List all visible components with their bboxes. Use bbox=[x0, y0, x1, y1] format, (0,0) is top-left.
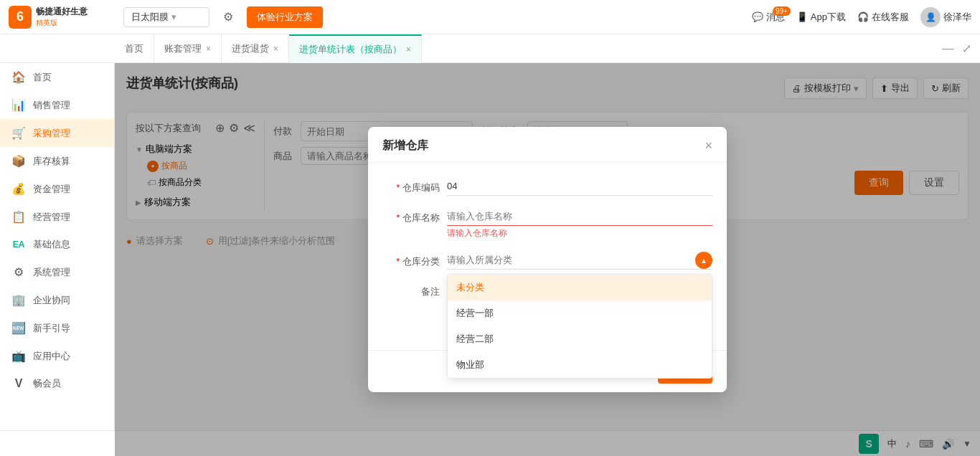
sidebar-label-system: 系统管理 bbox=[33, 266, 70, 279]
headset-icon: 🎧 bbox=[857, 11, 869, 22]
enterprise-icon: 🏢 bbox=[11, 293, 26, 307]
warehouse-name-input[interactable] bbox=[447, 207, 712, 226]
form-row-name: * 仓库名称 请输入仓库名称 bbox=[382, 207, 712, 239]
category-dropdown-toggle[interactable]: ▲ bbox=[695, 252, 712, 269]
store-name: 日太阳膜 bbox=[131, 11, 169, 24]
tab-expand-button[interactable]: ⤢ bbox=[959, 39, 974, 58]
content-area: 进货单统计(按商品) 🖨 按模板打印 ▾ ⬆ 导出 ↻ 刷新 bbox=[115, 63, 980, 456]
tab-end-buttons: — ⤢ bbox=[939, 39, 980, 58]
category-label-text: 仓库分类 bbox=[402, 256, 440, 267]
chevron-down-icon: ▾ bbox=[171, 11, 176, 22]
close-tab-account[interactable]: × bbox=[206, 44, 211, 54]
sidebar-label-home: 首页 bbox=[33, 71, 52, 84]
code-label-text: 仓库编码 bbox=[402, 182, 440, 193]
sidebar-item-guide[interactable]: 🆕 新手引导 bbox=[0, 314, 114, 342]
customer-service-button[interactable]: 🎧 在线客服 bbox=[857, 11, 909, 24]
settings-gear-button[interactable]: ⚙ bbox=[217, 6, 240, 29]
category-label: * 仓库分类 bbox=[382, 251, 440, 268]
message-badge: 99+ bbox=[773, 6, 791, 16]
required-star-category: * bbox=[396, 256, 400, 267]
guide-icon: 🆕 bbox=[11, 321, 26, 335]
modal-body: * 仓库编码 * 仓库名称 请输入仓库名称 bbox=[368, 163, 727, 350]
note-label: 备注 bbox=[382, 281, 440, 298]
name-input-wrapper: 请输入仓库名称 bbox=[447, 207, 712, 239]
tab-minimize-button[interactable]: — bbox=[939, 39, 956, 58]
main-layout: 🏠 首页 📊 销售管理 🛒 采购管理 📦 库存核算 💰 资金管理 📋 经营管理 … bbox=[0, 63, 980, 456]
category-select-wrapper: ▲ 未分类 经营一部 经营二部 物业部 bbox=[447, 251, 712, 270]
name-label: * 仓库名称 bbox=[382, 207, 440, 224]
sidebar-item-finance[interactable]: 💰 资金管理 bbox=[0, 175, 114, 203]
modal-title: 新增仓库 bbox=[382, 138, 428, 153]
top-header: 6 畅捷通好生意 精英版 日太阳膜 ▾ ⚙ 体验行业方案 💬 消息 99+ 📱 … bbox=[0, 0, 980, 34]
app-icon: 📱 bbox=[796, 11, 808, 22]
home-icon: 🏠 bbox=[11, 70, 26, 84]
dropdown-item-0[interactable]: 未分类 bbox=[448, 275, 712, 300]
logo-text-block: 畅捷通好生意 精英版 bbox=[36, 6, 88, 28]
sidebar-item-operation[interactable]: 📋 经营管理 bbox=[0, 203, 114, 231]
tab-account-label: 账套管理 bbox=[164, 42, 202, 55]
finance-icon: 💰 bbox=[11, 182, 26, 196]
store-selector[interactable]: 日太阳膜 ▾ bbox=[123, 7, 209, 27]
logo-badge: 精英版 bbox=[36, 18, 88, 28]
sidebar-item-inventory[interactable]: 📦 库存核算 bbox=[0, 147, 114, 175]
sidebar-item-purchase[interactable]: 🛒 采购管理 bbox=[0, 119, 114, 147]
sidebar-label-enterprise: 企业协同 bbox=[33, 294, 70, 307]
message-icon: 💬 bbox=[752, 11, 763, 22]
tab-purchase-return[interactable]: 进货退货 × bbox=[222, 34, 289, 63]
sidebar: 🏠 首页 📊 销售管理 🛒 采购管理 📦 库存核算 💰 资金管理 📋 经营管理 … bbox=[0, 63, 115, 456]
sidebar-item-basic[interactable]: EA 基础信息 bbox=[0, 231, 114, 258]
system-icon: ⚙ bbox=[11, 265, 26, 279]
required-star-name: * bbox=[396, 212, 400, 223]
sidebar-item-system[interactable]: ⚙ 系统管理 bbox=[0, 258, 114, 286]
form-row-code: * 仓库编码 bbox=[382, 177, 712, 196]
sidebar-item-sales[interactable]: 📊 销售管理 bbox=[0, 91, 114, 119]
sidebar-label-appcenter: 应用中心 bbox=[33, 350, 70, 363]
sidebar-label-purchase: 采购管理 bbox=[33, 127, 70, 140]
appcenter-icon: 📺 bbox=[11, 349, 26, 363]
tab-home-label: 首页 bbox=[125, 42, 143, 55]
close-tab-purchase-stats[interactable]: × bbox=[406, 44, 411, 54]
note-label-text: 备注 bbox=[421, 286, 440, 297]
sidebar-item-appcenter[interactable]: 📺 应用中心 bbox=[0, 342, 114, 370]
sidebar-label-operation: 经营管理 bbox=[33, 211, 70, 224]
avatar-icon: 👤 bbox=[925, 12, 936, 22]
service-label: 在线客服 bbox=[872, 11, 909, 24]
inventory-icon: 📦 bbox=[11, 154, 26, 168]
avatar: 👤 bbox=[920, 7, 941, 27]
dropdown-item-3[interactable]: 物业部 bbox=[448, 352, 712, 378]
new-warehouse-modal: 新增仓库 × * 仓库编码 * bbox=[368, 127, 727, 392]
code-label: * 仓库编码 bbox=[382, 177, 440, 194]
vip-icon: V bbox=[11, 377, 26, 390]
modal-close-button[interactable]: × bbox=[705, 138, 712, 153]
tab-home[interactable]: 首页 bbox=[115, 34, 154, 63]
purchase-icon: 🛒 bbox=[11, 126, 26, 140]
sidebar-item-home[interactable]: 🏠 首页 bbox=[0, 63, 114, 91]
dropdown-item-1[interactable]: 经营一部 bbox=[448, 300, 712, 326]
app-download-button[interactable]: 📱 App下载 bbox=[796, 11, 846, 24]
message-button[interactable]: 💬 消息 99+ bbox=[752, 11, 785, 24]
dropdown-item-2[interactable]: 经营二部 bbox=[448, 326, 712, 352]
username: 徐泽华 bbox=[943, 11, 971, 24]
trial-button[interactable]: 体验行业方案 bbox=[247, 6, 323, 28]
sidebar-label-sales: 销售管理 bbox=[33, 99, 70, 112]
user-profile-button[interactable]: 👤 徐泽华 bbox=[920, 7, 971, 27]
sidebar-label-guide: 新手引导 bbox=[33, 322, 70, 335]
tab-purchase-stats[interactable]: 进货单统计表（按商品） × bbox=[289, 34, 422, 63]
name-label-text: 仓库名称 bbox=[402, 212, 440, 223]
warehouse-code-input[interactable] bbox=[447, 177, 712, 196]
sidebar-item-enterprise[interactable]: 🏢 企业协同 bbox=[0, 286, 114, 314]
header-right: 💬 消息 99+ 📱 App下载 🎧 在线客服 👤 徐泽华 bbox=[752, 7, 971, 27]
tab-account[interactable]: 账套管理 × bbox=[154, 34, 222, 63]
category-input[interactable] bbox=[447, 251, 712, 270]
logo-icon: 6 bbox=[9, 6, 32, 29]
tab-purchase-return-label: 进货退货 bbox=[232, 42, 269, 55]
tab-purchase-stats-label: 进货单统计表（按商品） bbox=[299, 43, 402, 56]
logo-text: 畅捷通好生意 bbox=[36, 6, 88, 18]
sidebar-label-basic: 基础信息 bbox=[33, 238, 70, 251]
sales-icon: 📊 bbox=[11, 98, 26, 112]
sidebar-item-vip[interactable]: V 畅会员 bbox=[0, 370, 114, 397]
modal-overlay: 新增仓库 × * 仓库编码 * bbox=[115, 63, 980, 456]
logo-area: 6 畅捷通好生意 精英版 bbox=[9, 6, 116, 29]
sidebar-label-inventory: 库存核算 bbox=[33, 155, 70, 168]
close-tab-purchase-return[interactable]: × bbox=[273, 44, 278, 54]
